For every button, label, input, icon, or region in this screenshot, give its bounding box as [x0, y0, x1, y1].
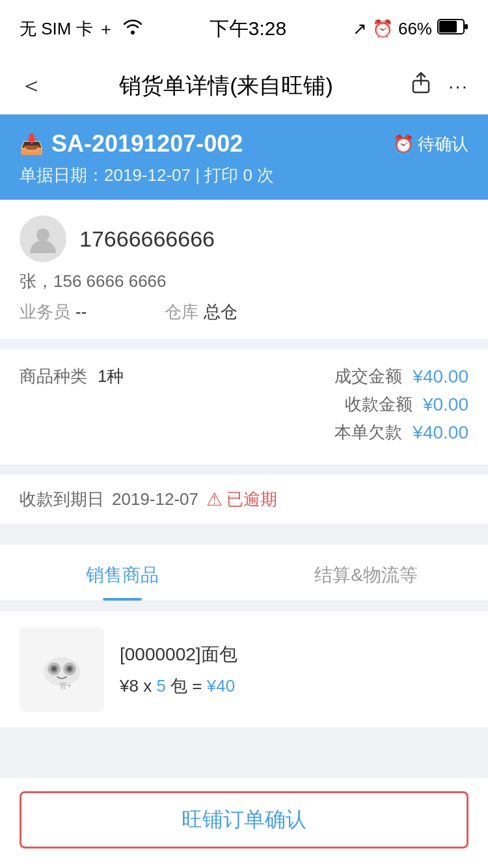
- sim-status: 无 SIM 卡 ＋: [20, 18, 115, 40]
- transaction-row: 成交金额 ¥40.00: [334, 365, 468, 388]
- status-bar: 无 SIM 卡 ＋ 下午3:28 ↗ ⏰ 66%: [0, 0, 488, 57]
- category-value: 1种: [98, 365, 124, 388]
- quantity: 5: [156, 676, 165, 696]
- order-id-text: SA-20191207-002: [51, 130, 243, 157]
- confirm-button-label: 旺铺订单确认: [182, 806, 306, 834]
- product-info: [0000002]面包 ¥8 x 5 包 = ¥40: [120, 642, 468, 698]
- wifi-icon: [122, 19, 143, 39]
- warehouse-item: 仓库 总仓: [165, 301, 237, 323]
- category-label: 商品种类: [20, 365, 87, 388]
- product-item: 管+ [0000002]面包 ¥8 x 5 包 = ¥40: [0, 612, 488, 727]
- unit-price: ¥8: [120, 676, 139, 696]
- back-button[interactable]: ＜: [20, 70, 43, 102]
- more-button[interactable]: ···: [448, 75, 468, 97]
- order-id: 📥 SA-20191207-002: [20, 130, 243, 157]
- customer-name: 张，156 6666 6666: [20, 270, 468, 293]
- product-name: [0000002]面包: [120, 642, 468, 667]
- payment-row: 收款金额 ¥0.00: [334, 393, 468, 416]
- overdue-badge: ⚠ 已逾期: [206, 488, 277, 511]
- tab-sales-label: 销售商品: [86, 565, 159, 585]
- salesperson-label: 业务员: [20, 301, 70, 323]
- status-right: ↗ ⏰ 66%: [353, 18, 468, 40]
- confirm-button[interactable]: 旺铺订单确认: [20, 791, 468, 848]
- balance-label: 本单欠款: [334, 421, 402, 444]
- customer-details: 业务员 -- 仓库 总仓: [20, 301, 468, 323]
- status-text: 待确认: [418, 133, 468, 156]
- inbox-icon: 📥: [20, 133, 44, 156]
- salesperson-item: 业务员 --: [20, 301, 87, 323]
- multiply-sign: x: [143, 676, 156, 696]
- summary-right: 成交金额 ¥40.00 收款金额 ¥0.00 本单欠款 ¥40.00: [334, 365, 468, 449]
- balance-value: ¥40.00: [413, 422, 468, 443]
- product-price: ¥8 x 5 包 = ¥40: [120, 675, 468, 698]
- tab-sales-products[interactable]: 销售商品: [0, 545, 244, 601]
- alarm-icon: ⏰: [372, 19, 393, 39]
- customer-section: 17666666666 张，156 6666 6666 业务员 -- 仓库 总仓: [0, 200, 488, 339]
- tab-settlement[interactable]: 结算&物流等: [244, 545, 488, 601]
- clock-icon: ⏰: [393, 134, 414, 154]
- summary-left: 商品种类 1种: [20, 365, 124, 388]
- salesperson-value: --: [75, 302, 87, 322]
- battery-level: 66%: [398, 19, 432, 39]
- separator: [0, 534, 488, 545]
- due-date-label: 收款到期日: [20, 488, 104, 511]
- status-left: 无 SIM 卡 ＋: [20, 18, 143, 40]
- due-date-section: 收款到期日 2019-12-07 ⚠ 已逾期: [0, 475, 488, 524]
- order-id-row: 📥 SA-20191207-002 ⏰ 待确认: [20, 130, 468, 157]
- payment-value: ¥0.00: [423, 394, 468, 415]
- order-meta: 单据日期：2019-12-07 | 打印 0 次: [20, 164, 468, 187]
- equals-sign: =: [192, 676, 206, 696]
- warehouse-value: 总仓: [204, 301, 237, 323]
- summary-section: 商品种类 1种 成交金额 ¥40.00 收款金额 ¥0.00 本单欠款 ¥40.…: [0, 349, 488, 465]
- svg-text:管+: 管+: [59, 681, 72, 690]
- tab-settlement-label: 结算&物流等: [314, 565, 418, 585]
- warning-icon: ⚠: [206, 489, 223, 510]
- unit: 包: [170, 676, 187, 696]
- customer-phone: 17666666666: [79, 226, 215, 252]
- svg-rect-1: [439, 21, 457, 33]
- balance-row: 本单欠款 ¥40.00: [334, 421, 468, 444]
- due-date-value: 2019-12-07: [112, 489, 198, 509]
- customer-row: 17666666666: [20, 215, 468, 262]
- status-time: 下午3:28: [210, 16, 286, 42]
- warehouse-label: 仓库: [165, 301, 198, 323]
- share-button[interactable]: [409, 72, 433, 100]
- order-header: 📥 SA-20191207-002 ⏰ 待确认 单据日期：2019-12-07 …: [0, 115, 488, 200]
- order-status: ⏰ 待确认: [393, 133, 468, 156]
- nav-actions: ···: [409, 72, 468, 100]
- overdue-text: 已逾期: [226, 488, 277, 511]
- payment-label: 收款金额: [345, 393, 413, 416]
- svg-point-4: [36, 228, 49, 241]
- product-thumbnail: 管+: [20, 627, 104, 712]
- svg-point-11: [68, 667, 72, 671]
- location-icon: ↗: [353, 19, 367, 39]
- total-price: ¥40: [207, 676, 235, 696]
- nav-bar: ＜ 销货单详情(来自旺铺) ···: [0, 57, 488, 115]
- bottom-button-wrapper: 旺铺订单确认: [0, 778, 488, 868]
- tabs-section: 销售商品 结算&物流等: [0, 545, 488, 601]
- svg-rect-2: [465, 24, 468, 29]
- svg-point-10: [52, 667, 56, 671]
- transaction-label: 成交金额: [334, 365, 402, 388]
- avatar: [20, 215, 66, 262]
- transaction-value: ¥40.00: [413, 366, 468, 387]
- battery-icon: [437, 18, 468, 40]
- page-title: 销货单详情(来自旺铺): [119, 71, 333, 101]
